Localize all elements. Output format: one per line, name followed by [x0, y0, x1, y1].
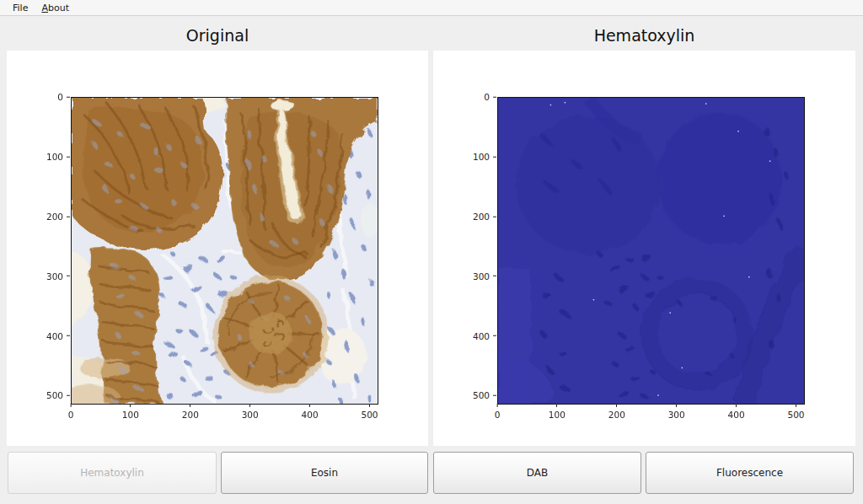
original-axes: [71, 97, 378, 405]
y-tick-mark: [493, 156, 496, 157]
x-tick-label: 100: [122, 410, 139, 420]
y-tick: 100: [451, 153, 496, 162]
y-tick-mark: [67, 276, 70, 276]
x-tick: 100: [549, 404, 566, 420]
original-plot: 0100200300400500 0100200300400500: [71, 97, 377, 403]
x-tick-mark: [556, 404, 557, 407]
y-tick-mark: [493, 216, 496, 217]
y-tick: 400: [24, 331, 70, 340]
hematoxylin-title: Hematoxylin: [433, 24, 855, 47]
original-title: Original: [7, 24, 428, 47]
y-tick-mark: [67, 395, 70, 396]
y-tick-mark: [67, 97, 70, 98]
y-tick-label: 200: [46, 212, 63, 222]
x-tick-label: 500: [361, 410, 378, 420]
y-tick-label: 100: [46, 153, 63, 162]
y-tick: 200: [451, 212, 496, 222]
original-x-axis: 0100200300400500: [71, 404, 377, 426]
original-histology-image: [72, 98, 378, 404]
dab-button[interactable]: DAB: [433, 452, 641, 494]
x-tick-mark: [249, 404, 250, 407]
y-tick: 500: [451, 391, 496, 400]
hematoxylin-y-axis: 0100200300400500: [451, 97, 496, 403]
menu-file[interactable]: File: [7, 1, 34, 15]
y-tick: 500: [24, 391, 70, 400]
eosin-button[interactable]: Eosin: [221, 452, 428, 494]
x-tick: 200: [608, 404, 625, 420]
hematoxylin-x-axis: 0100200300400500: [497, 404, 803, 426]
x-tick-label: 400: [728, 410, 745, 420]
y-tick-label: 300: [473, 271, 490, 281]
y-tick-label: 400: [46, 331, 63, 340]
y-tick-mark: [67, 156, 70, 157]
x-tick: 500: [361, 404, 378, 420]
original-y-axis: 0100200300400500: [24, 97, 70, 403]
x-tick-mark: [309, 404, 310, 407]
y-tick-label: 300: [46, 271, 63, 281]
x-tick-label: 200: [182, 410, 199, 420]
x-tick: 300: [668, 404, 685, 420]
x-tick-mark: [736, 404, 737, 407]
hematoxylin-plot: 0100200300400500 0100200300400500: [497, 97, 803, 403]
x-tick-label: 100: [549, 410, 566, 420]
x-tick-mark: [369, 404, 370, 407]
x-tick-label: 500: [787, 410, 804, 420]
x-tick-mark: [497, 404, 498, 407]
y-tick-mark: [493, 276, 496, 276]
y-tick-label: 400: [473, 331, 490, 340]
x-tick: 500: [787, 404, 804, 420]
hematoxylin-button[interactable]: Hematoxylin: [8, 452, 217, 494]
menubar: File About: [0, 0, 863, 16]
y-tick-mark: [67, 335, 70, 336]
x-tick: 200: [182, 404, 199, 420]
hematoxylin-axes: [497, 97, 805, 405]
menu-about[interactable]: About: [35, 1, 75, 15]
x-tick: 400: [302, 404, 319, 420]
x-tick: 300: [242, 404, 259, 420]
y-tick: 300: [24, 271, 70, 281]
y-tick-label: 500: [473, 391, 490, 400]
x-tick-label: 300: [668, 410, 685, 420]
x-tick-mark: [616, 404, 617, 407]
x-tick-label: 200: [608, 410, 625, 420]
y-tick-label: 500: [46, 391, 63, 400]
x-tick-label: 400: [302, 410, 319, 420]
x-tick-mark: [71, 404, 72, 407]
y-tick-mark: [493, 335, 496, 336]
x-tick-mark: [190, 404, 190, 407]
x-tick-label: 300: [242, 410, 259, 420]
x-tick-mark: [676, 404, 677, 407]
y-tick-label: 100: [473, 153, 490, 162]
hematoxylin-channel-image: [498, 98, 804, 404]
y-tick: 400: [451, 331, 496, 340]
y-tick: 300: [451, 271, 496, 281]
x-tick-mark: [130, 404, 131, 407]
y-tick-mark: [67, 216, 70, 217]
x-tick-mark: [796, 404, 796, 407]
x-tick: 400: [728, 404, 745, 420]
y-tick: 200: [24, 212, 70, 222]
y-tick-mark: [493, 395, 496, 396]
y-tick-label: 200: [473, 212, 490, 222]
x-tick: 100: [122, 404, 139, 420]
y-tick: 100: [24, 153, 70, 162]
fluorescence-button[interactable]: Fluorescence: [646, 452, 854, 494]
y-tick-mark: [493, 97, 496, 98]
